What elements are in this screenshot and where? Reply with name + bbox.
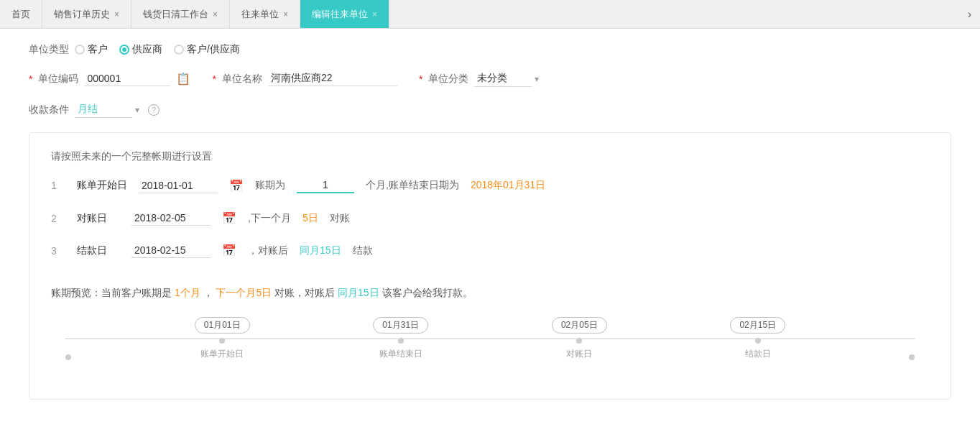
close-cash-work[interactable]: × bbox=[213, 9, 218, 19]
period-end-date: 2018年01月31日 bbox=[471, 179, 545, 192]
period-row2-end: 对账 bbox=[330, 212, 350, 225]
timeline-point-1-label: 01月01日 bbox=[195, 317, 250, 334]
timeline-point-1-sublabel: 账单开始日 bbox=[200, 348, 244, 360]
close-partner[interactable]: × bbox=[283, 9, 288, 19]
unit-class-field: * 单位分类 未分类 ▾ bbox=[419, 70, 539, 87]
radio-customer[interactable]: 客户 bbox=[75, 43, 108, 56]
payment-label: 收款条件 bbox=[29, 104, 69, 116]
unit-name-input[interactable] bbox=[268, 71, 397, 86]
timeline-end-dot bbox=[909, 354, 915, 360]
period-date-2[interactable] bbox=[131, 211, 211, 226]
preview-part4: 该客户会给我打款。 bbox=[382, 287, 473, 298]
unit-code-input[interactable] bbox=[84, 71, 170, 86]
preview-sep2: 对账，对账后 bbox=[274, 287, 335, 298]
period-row3-suffix1: ，对账后 bbox=[248, 244, 288, 257]
preview-part1: 1个月 bbox=[175, 287, 200, 298]
period-cal-2[interactable]: 📅 bbox=[222, 211, 236, 225]
unit-code-db-icon[interactable]: 📋 bbox=[176, 72, 190, 86]
preview-label: 账期预览：当前客户账期是 bbox=[51, 287, 172, 298]
close-edit-partner[interactable]: × bbox=[372, 9, 377, 19]
unit-class-label: 单位分类 bbox=[428, 73, 468, 86]
tab-more-button[interactable]: › bbox=[959, 8, 980, 21]
tab-partner[interactable]: 往来单位 × bbox=[230, 0, 300, 28]
timeline-point-4-dot bbox=[755, 338, 761, 344]
period-row-1: 1 账单开始日 📅 账期为 个月,账单结束日期为 2018年01月31日 bbox=[51, 178, 929, 193]
period-date-3[interactable] bbox=[131, 243, 211, 258]
period-label-3: 结款日 bbox=[77, 244, 120, 257]
timeline-start-end bbox=[65, 336, 71, 360]
timeline-point-4-sublabel: 结款日 bbox=[745, 348, 771, 360]
timeline-point-4: 02月15日 结款日 bbox=[730, 317, 785, 360]
period-box-title: 请按照未来的一个完整帐期进行设置 bbox=[51, 150, 929, 163]
tab-edit-partner[interactable]: 编辑往来单位 × bbox=[300, 0, 389, 28]
unit-class-select[interactable]: 未分类 ▾ bbox=[474, 70, 539, 87]
timeline-point-3-sublabel: 对账日 bbox=[566, 348, 592, 360]
timeline-point-3-label: 02月05日 bbox=[552, 317, 607, 334]
period-label-2: 对账日 bbox=[77, 212, 120, 225]
period-period-label: 账期为 bbox=[255, 179, 285, 192]
timeline-point-2: 01月31日 账单结束日 bbox=[373, 317, 428, 360]
payment-row: 收款条件 月结 ▾ ? bbox=[29, 101, 951, 118]
timeline-point-1: 01月01日 账单开始日 bbox=[195, 317, 250, 360]
timeline-point-2-dot bbox=[398, 338, 404, 344]
preview-part2: 下一个月5日 bbox=[216, 287, 272, 298]
timeline-point-2-label: 01月31日 bbox=[373, 317, 428, 334]
period-date-1[interactable] bbox=[139, 178, 218, 193]
period-months-input[interactable] bbox=[297, 178, 354, 193]
unit-type-field: 单位类型 客户 供应商 客户/供应商 bbox=[29, 43, 240, 56]
radio-both-circle bbox=[174, 45, 184, 55]
period-cal-3[interactable]: 📅 bbox=[222, 244, 236, 257]
period-num-3: 3 bbox=[51, 245, 65, 257]
unit-type-label: 单位类型 bbox=[29, 43, 69, 56]
radio-supplier-circle bbox=[119, 45, 129, 55]
unit-code-label: 单位编码 bbox=[38, 73, 78, 86]
period-row3-end: 结款 bbox=[353, 244, 373, 257]
unit-info-row: * 单位编码 📋 * 单位名称 * 单位分类 未分类 ▾ bbox=[29, 70, 951, 87]
radio-supplier[interactable]: 供应商 bbox=[119, 43, 162, 56]
preview-part3: 同月15日 bbox=[338, 287, 379, 298]
unit-name-field: * 单位名称 bbox=[212, 71, 397, 86]
unit-class-chevron: ▾ bbox=[535, 74, 539, 84]
tab-home[interactable]: 首页 bbox=[0, 0, 42, 28]
period-num-2: 2 bbox=[51, 213, 65, 224]
main-content: 单位类型 客户 供应商 客户/供应商 * 单位编码 bbox=[0, 29, 980, 437]
period-row-3: 3 结款日 📅 ，对账后 同月15日 结款 bbox=[51, 243, 929, 258]
unit-name-label: 单位名称 bbox=[222, 73, 262, 86]
timeline-point-2-sublabel: 账单结束日 bbox=[379, 348, 422, 360]
tab-bar: 首页 销售订单历史 × 钱货日清工作台 × 往来单位 × 编辑往来单位 × › bbox=[0, 0, 980, 29]
unit-type-radio-group: 客户 供应商 客户/供应商 bbox=[75, 43, 240, 56]
unit-type-row: 单位类型 客户 供应商 客户/供应商 bbox=[29, 43, 951, 56]
close-sales-history[interactable]: × bbox=[114, 9, 119, 19]
unit-class-star: * bbox=[419, 73, 422, 85]
timeline: 01月01日 账单开始日 01月31日 账单结束日 02月05日 bbox=[65, 317, 915, 382]
period-row3-num: 同月15日 bbox=[300, 244, 341, 257]
preview-text: 账期预览：当前客户账期是 1个月 ， 下一个月5日 对账，对账后 同月15日 该… bbox=[51, 287, 929, 300]
tab-sales-history[interactable]: 销售订单历史 × bbox=[42, 0, 131, 28]
payment-select[interactable]: 月结 ▾ bbox=[75, 101, 139, 118]
timeline-points: 01月01日 账单开始日 01月31日 账单结束日 02月05日 bbox=[65, 317, 915, 382]
unit-code-field: * 单位编码 📋 bbox=[29, 71, 190, 86]
payment-field: 收款条件 月结 ▾ ? bbox=[29, 101, 160, 118]
payment-help-icon[interactable]: ? bbox=[148, 104, 160, 116]
tab-cash-work[interactable]: 钱货日清工作台 × bbox=[131, 0, 230, 28]
period-row2-suffix1: ,下一个月 bbox=[248, 212, 291, 225]
preview-sep1: ， bbox=[203, 287, 213, 298]
timeline-point-4-label: 02月15日 bbox=[730, 317, 785, 334]
unit-class-value: 未分类 bbox=[474, 70, 532, 87]
payment-chevron: ▾ bbox=[135, 105, 139, 115]
timeline-point-3: 02月05日 对账日 bbox=[552, 317, 607, 360]
unit-name-star: * bbox=[212, 73, 216, 85]
timeline-point-1-dot bbox=[219, 338, 225, 344]
timeline-start-dot bbox=[65, 354, 71, 360]
period-row-2: 2 对账日 📅 ,下一个月 5日 对账 bbox=[51, 211, 929, 226]
period-label-1: 账单开始日 bbox=[77, 179, 127, 192]
period-unit-text: 个月,账单结束日期为 bbox=[366, 179, 459, 192]
timeline-end bbox=[909, 336, 915, 360]
radio-customer-circle bbox=[75, 45, 85, 55]
radio-both[interactable]: 客户/供应商 bbox=[174, 43, 240, 56]
timeline-point-3-dot bbox=[576, 338, 582, 344]
payment-value: 月结 bbox=[75, 101, 132, 118]
period-row2-num: 5日 bbox=[302, 212, 318, 225]
period-cal-1[interactable]: 📅 bbox=[229, 179, 244, 193]
period-num-1: 1 bbox=[51, 180, 65, 191]
